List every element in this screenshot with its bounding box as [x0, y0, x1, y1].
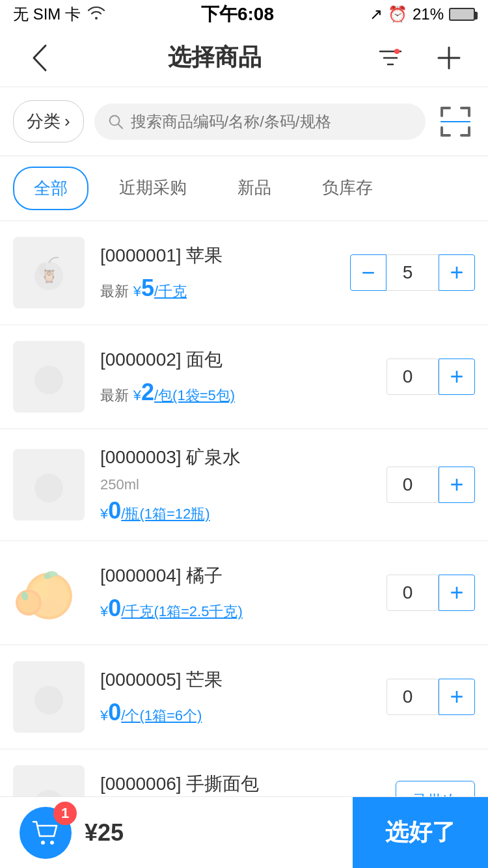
location-icon: ↗ — [370, 5, 383, 23]
product-spec-3: 250ml — [100, 476, 386, 493]
svg-rect-11 — [468, 107, 470, 117]
list-item: [0000004] 橘子 ¥0/千克(1箱=2.5千克) + — [0, 541, 488, 644]
product-name-5: [0000005] 芒果 — [100, 668, 386, 692]
cart-icon-button[interactable]: 1 — [20, 807, 72, 859]
battery-icon — [449, 8, 475, 21]
confirm-button[interactable]: 选好了 — [353, 797, 488, 869]
search-input-wrap — [94, 103, 426, 140]
product-info-1: [0000001] 苹果 最新 ¥5/千克 — [100, 243, 350, 302]
quantity-input-1[interactable] — [386, 254, 439, 291]
svg-rect-13 — [441, 126, 443, 137]
carrier-label: 无 SIM 卡 — [13, 4, 81, 25]
product-info-5: [0000005] 芒果 ¥0/个(1箱=6个) — [100, 668, 386, 726]
svg-text:🦉: 🦉 — [41, 268, 57, 284]
add-button[interactable] — [429, 38, 468, 77]
quantity-control-5: + — [386, 679, 475, 715]
increase-button-1[interactable]: + — [439, 254, 475, 291]
search-bar: 分类 › — [0, 87, 488, 156]
category-label: 分类 — [27, 110, 61, 133]
quantity-input-4[interactable] — [386, 575, 439, 611]
product-image-4 — [13, 557, 85, 629]
increase-button-3[interactable]: + — [439, 467, 475, 503]
product-image-5: 🦉 — [13, 661, 85, 733]
svg-point-3 — [394, 49, 400, 54]
product-image-1: 🦉 — [13, 237, 85, 308]
product-name-3: [0000003] 矿泉水 — [100, 445, 386, 470]
product-name-1: [0000001] 苹果 — [100, 243, 350, 268]
quantity-input-5[interactable] — [386, 679, 439, 715]
svg-line-7 — [118, 124, 122, 128]
status-bar: 无 SIM 卡 下午6:08 ↗ ⏰ 21% — [0, 0, 488, 29]
status-left: 无 SIM 卡 — [13, 4, 105, 25]
cart-area: 1 ¥25 — [0, 807, 353, 859]
tab-negative[interactable]: 负库存 — [302, 167, 393, 210]
nav-actions — [371, 38, 468, 77]
category-button[interactable]: 分类 › — [13, 100, 84, 142]
back-button[interactable] — [20, 38, 59, 77]
list-item: 🦉 [0000001] 苹果 最新 ¥5/千克 − + — [0, 221, 488, 324]
decrease-button-1[interactable]: − — [350, 254, 386, 291]
tab-recent[interactable]: 近期采购 — [99, 167, 207, 210]
list-item: 🦉 [0000002] 面包 最新 ¥2/包(1袋=5包) + — [0, 325, 488, 428]
product-price-3: ¥0/瓶(1箱=12瓶) — [100, 497, 386, 524]
product-price-4: ¥0/千克(1箱=2.5千克) — [100, 595, 386, 622]
product-name-4: [0000004] 橘子 — [100, 563, 386, 588]
product-name-2: [0000002] 面包 — [100, 347, 386, 372]
quantity-control-3: + — [386, 467, 475, 503]
tab-bar: 全部 近期采购 新品 负库存 — [0, 156, 488, 221]
product-image-3: 🦉 — [13, 449, 85, 521]
svg-point-20 — [34, 366, 63, 394]
product-list: 🦉 [0000001] 苹果 最新 ¥5/千克 − + 🦉 [0000002] … — [0, 221, 488, 868]
search-input[interactable] — [131, 113, 413, 131]
status-right: ↗ ⏰ 21% — [370, 5, 475, 23]
search-icon — [107, 113, 124, 131]
list-item: 🦉 [0000005] 芒果 ¥0/个(1箱=6个) + — [0, 645, 488, 748]
svg-point-22 — [34, 474, 63, 502]
product-price-1: 最新 ¥5/千克 — [100, 275, 350, 302]
tab-new[interactable]: 新品 — [217, 167, 291, 210]
page-title: 选择商品 — [168, 42, 262, 74]
svg-point-32 — [34, 686, 63, 714]
svg-point-39 — [50, 841, 54, 845]
bottom-bar: 1 ¥25 选好了 — [0, 796, 488, 868]
battery-percent: 21% — [413, 5, 444, 23]
product-image-2: 🦉 — [13, 341, 85, 413]
cart-total: ¥25 — [85, 819, 124, 847]
quantity-input-2[interactable] — [386, 359, 439, 395]
product-price-2: 最新 ¥2/包(1袋=5包) — [100, 379, 386, 406]
svg-rect-9 — [441, 107, 443, 117]
svg-point-38 — [41, 841, 45, 845]
list-item: 🦉 [0000003] 矿泉水 250ml ¥0/瓶(1箱=12瓶) + — [0, 429, 488, 540]
svg-rect-15 — [468, 126, 470, 137]
product-name-6: [0000006] 手撕面包 — [100, 772, 396, 796]
status-time: 下午6:08 — [201, 2, 274, 27]
product-price-5: ¥0/个(1箱=6个) — [100, 699, 386, 726]
quantity-control-4: + — [386, 575, 475, 611]
scan-button[interactable] — [436, 102, 475, 141]
product-info-2: [0000002] 面包 最新 ¥2/包(1袋=5包) — [100, 347, 386, 406]
increase-button-2[interactable]: + — [439, 359, 475, 395]
nav-bar: 选择商品 — [0, 29, 488, 87]
quantity-control-2: + — [386, 359, 475, 395]
cart-badge: 1 — [53, 802, 77, 825]
product-info-4: [0000004] 橘子 ¥0/千克(1箱=2.5千克) — [100, 563, 386, 622]
quantity-input-3[interactable] — [386, 467, 439, 503]
product-info-3: [0000003] 矿泉水 250ml ¥0/瓶(1箱=12瓶) — [100, 445, 386, 524]
increase-button-5[interactable]: + — [439, 679, 475, 715]
wifi-icon — [87, 5, 105, 23]
quantity-control-1: − + — [350, 254, 475, 291]
alarm-icon: ⏰ — [388, 5, 407, 23]
tab-all[interactable]: 全部 — [13, 167, 88, 210]
filter-icon-button[interactable] — [371, 38, 410, 77]
category-chevron-icon: › — [64, 111, 70, 131]
increase-button-4[interactable]: + — [439, 575, 475, 611]
